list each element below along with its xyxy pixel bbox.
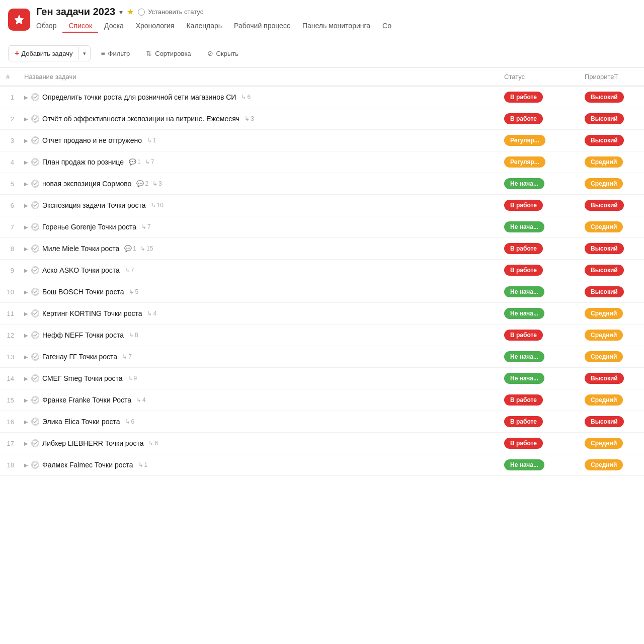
task-check-icon[interactable] bbox=[31, 115, 39, 123]
tab-list[interactable]: Список bbox=[62, 20, 98, 33]
expand-icon[interactable]: ▶ bbox=[24, 138, 28, 143]
table-row[interactable]: 9▶Аско ASKO Точки роста↳7В работеВысокий bbox=[0, 260, 644, 281]
row-priority-cell[interactable]: Средний bbox=[579, 151, 644, 173]
expand-icon[interactable]: ▶ bbox=[24, 181, 28, 187]
task-check-icon[interactable] bbox=[31, 136, 39, 144]
status-badge[interactable]: Не нача... bbox=[504, 308, 544, 319]
priority-badge[interactable]: Высокий bbox=[585, 243, 624, 254]
task-check-icon[interactable] bbox=[31, 439, 39, 447]
task-check-icon[interactable] bbox=[31, 331, 39, 339]
priority-badge[interactable]: Высокий bbox=[585, 92, 624, 103]
expand-icon[interactable]: ▶ bbox=[24, 203, 28, 208]
priority-badge[interactable]: Средний bbox=[585, 438, 623, 449]
row-priority-cell[interactable]: Средний bbox=[579, 173, 644, 195]
row-priority-cell[interactable]: Высокий bbox=[579, 260, 644, 281]
row-status-cell[interactable]: В работе bbox=[498, 325, 579, 346]
priority-badge[interactable]: Средний bbox=[585, 156, 623, 168]
row-priority-cell[interactable]: Средний bbox=[579, 346, 644, 368]
tab-more[interactable]: Со bbox=[376, 20, 397, 33]
tab-dashboard[interactable]: Панель мониторинга bbox=[296, 20, 376, 33]
expand-icon[interactable]: ▶ bbox=[24, 116, 28, 122]
row-status-cell[interactable]: В работе bbox=[498, 260, 579, 281]
status-badge[interactable]: В работе bbox=[504, 92, 543, 103]
expand-icon[interactable]: ▶ bbox=[24, 354, 28, 360]
expand-icon[interactable]: ▶ bbox=[24, 462, 28, 468]
add-task-dropdown-button[interactable]: ▾ bbox=[78, 47, 90, 60]
row-priority-cell[interactable]: Средний bbox=[579, 389, 644, 411]
status-badge[interactable]: В работе bbox=[504, 394, 543, 406]
row-priority-cell[interactable]: Средний bbox=[579, 216, 644, 238]
table-row[interactable]: 11▶Кертинг KORTING Точки роста↳4Не нача.… bbox=[0, 303, 644, 325]
table-row[interactable]: 1▶Определить точки роста для розничной с… bbox=[0, 86, 644, 108]
status-badge[interactable]: Не нача... bbox=[504, 286, 544, 297]
task-check-icon[interactable] bbox=[31, 396, 39, 404]
row-priority-cell[interactable]: Высокий bbox=[579, 411, 644, 433]
expand-icon[interactable]: ▶ bbox=[24, 224, 28, 230]
row-priority-cell[interactable]: Высокий bbox=[579, 368, 644, 389]
table-row[interactable]: 12▶Нефф NEFF Точки роста↳8В работеСредни… bbox=[0, 325, 644, 346]
task-check-icon[interactable] bbox=[31, 158, 39, 166]
priority-badge[interactable]: Высокий bbox=[585, 135, 624, 146]
priority-badge[interactable]: Высокий bbox=[585, 113, 624, 124]
task-check-icon[interactable] bbox=[31, 245, 39, 253]
table-row[interactable]: 8▶Миле Miele Точки роста💬1↳15В работеВыс… bbox=[0, 238, 644, 260]
expand-icon[interactable]: ▶ bbox=[24, 95, 28, 100]
status-badge[interactable]: Не нача... bbox=[504, 373, 544, 384]
row-status-cell[interactable]: В работе bbox=[498, 86, 579, 108]
task-check-icon[interactable] bbox=[31, 223, 39, 231]
tab-timeline[interactable]: Хронология bbox=[130, 20, 181, 33]
status-badge[interactable]: В работе bbox=[504, 200, 543, 211]
priority-badge[interactable]: Высокий bbox=[585, 416, 624, 427]
task-check-icon[interactable] bbox=[31, 461, 39, 469]
status-badge[interactable]: В работе bbox=[504, 265, 543, 276]
sort-button[interactable]: ⇅ Сортировка bbox=[140, 46, 197, 60]
table-row[interactable]: 17▶Либхер LIEBHERR Точки роста↳6В работе… bbox=[0, 433, 644, 454]
row-status-cell[interactable]: Не нача... bbox=[498, 281, 579, 303]
table-row[interactable]: 7▶Горенье Gorenje Точки роста↳7Не нача..… bbox=[0, 216, 644, 238]
task-check-icon[interactable] bbox=[31, 180, 39, 188]
expand-icon[interactable]: ▶ bbox=[24, 397, 28, 403]
expand-icon[interactable]: ▶ bbox=[24, 376, 28, 381]
tab-overview[interactable]: Обзор bbox=[36, 20, 62, 33]
priority-badge[interactable]: Средний bbox=[585, 394, 623, 406]
row-status-cell[interactable]: Не нача... bbox=[498, 173, 579, 195]
row-priority-cell[interactable]: Средний bbox=[579, 433, 644, 454]
row-status-cell[interactable]: Не нача... bbox=[498, 346, 579, 368]
table-row[interactable]: 16▶Элика Elica Точки роста↳6В работеВысо… bbox=[0, 411, 644, 433]
expand-icon[interactable]: ▶ bbox=[24, 246, 28, 252]
row-status-cell[interactable]: В работе bbox=[498, 108, 579, 130]
status-badge[interactable]: Не нача... bbox=[504, 221, 544, 232]
tab-board[interactable]: Доска bbox=[98, 20, 130, 33]
expand-icon[interactable]: ▶ bbox=[24, 268, 28, 273]
row-priority-cell[interactable]: Высокий bbox=[579, 86, 644, 108]
table-row[interactable]: 18▶Фалмек Falmec Точки роста↳1Не нача...… bbox=[0, 454, 644, 476]
task-check-icon[interactable] bbox=[31, 288, 39, 296]
table-row[interactable]: 2▶Отчёт об эффективности экспозиции на в… bbox=[0, 108, 644, 130]
row-status-cell[interactable]: В работе bbox=[498, 238, 579, 260]
tab-calendar[interactable]: Календарь bbox=[180, 20, 228, 33]
row-status-cell[interactable]: В работе bbox=[498, 389, 579, 411]
priority-badge[interactable]: Высокий bbox=[585, 373, 624, 384]
table-row[interactable]: 15▶Франке Franke Точки Роста↳4В работеСр… bbox=[0, 389, 644, 411]
status-badge[interactable]: Не нача... bbox=[504, 178, 544, 189]
row-status-cell[interactable]: В работе bbox=[498, 411, 579, 433]
row-status-cell[interactable]: В работе bbox=[498, 195, 579, 216]
status-badge[interactable]: В работе bbox=[504, 438, 543, 449]
set-status-button[interactable]: Установить статус bbox=[138, 8, 203, 16]
row-status-cell[interactable]: Не нача... bbox=[498, 303, 579, 325]
row-priority-cell[interactable]: Высокий bbox=[579, 195, 644, 216]
row-priority-cell[interactable]: Высокий bbox=[579, 108, 644, 130]
row-priority-cell[interactable]: Высокий bbox=[579, 130, 644, 151]
row-status-cell[interactable]: Не нача... bbox=[498, 368, 579, 389]
row-priority-cell[interactable]: Средний bbox=[579, 325, 644, 346]
expand-icon[interactable]: ▶ bbox=[24, 289, 28, 295]
status-badge[interactable]: Регуляр... bbox=[504, 135, 545, 146]
priority-badge[interactable]: Средний bbox=[585, 330, 623, 341]
add-task-button-group[interactable]: + Добавить задачу ▾ bbox=[8, 45, 91, 61]
expand-icon[interactable]: ▶ bbox=[24, 441, 28, 446]
row-status-cell[interactable]: Регуляр... bbox=[498, 130, 579, 151]
table-row[interactable]: 5▶новая экспозиция Сормово💬2↳3Не нача...… bbox=[0, 173, 644, 195]
row-status-cell[interactable]: Не нача... bbox=[498, 454, 579, 476]
task-check-icon[interactable] bbox=[31, 266, 39, 274]
task-check-icon[interactable] bbox=[31, 418, 39, 426]
